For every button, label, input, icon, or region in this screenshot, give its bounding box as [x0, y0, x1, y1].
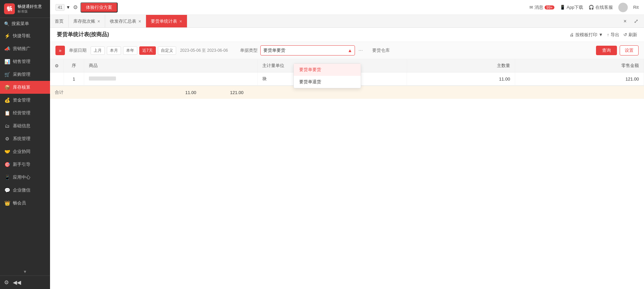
sidebar-item-vip[interactable]: 👑 畅会员	[0, 197, 50, 209]
sidebar-item-marketing[interactable]: 📣 营销推广	[0, 42, 50, 55]
page-title-bar: 要货单统计表(按商品) 🖨 按模板打印 ▼ ↑ 导出 ↺ 刷新	[50, 28, 644, 42]
print-icon: 🖨	[570, 32, 574, 37]
bottom-settings-icon[interactable]: ⚙	[4, 279, 9, 286]
footer-label: 合计	[55, 89, 64, 95]
export-button[interactable]: ↑ 导出	[607, 32, 620, 38]
sidebar-item-operations[interactable]: 📋 经营管理	[0, 107, 50, 119]
sidebar-scroll-down[interactable]: ▼	[0, 268, 50, 275]
refresh-button[interactable]: ↺ 刷新	[623, 32, 637, 38]
refresh-icon: ↺	[623, 32, 627, 37]
page-title: 要货单统计表(按商品)	[57, 31, 109, 38]
sales-icon: 📊	[4, 59, 10, 64]
app-download-button[interactable]: 📱 App下载	[560, 4, 583, 10]
app-center-icon: 📱	[4, 175, 10, 180]
app-download-icon: 📱	[560, 5, 565, 10]
wechat-icon: 💬	[4, 187, 10, 193]
sidebar-item-purchase[interactable]: 🛒 采购管理	[0, 68, 50, 81]
export-icon: ↑	[607, 32, 610, 37]
col-settings-header[interactable]: ⚙	[50, 59, 64, 72]
date-range-display: 2023-05-06 至 2023-06-06	[180, 48, 228, 53]
tab-home[interactable]: 首页	[50, 15, 69, 27]
type-select-input[interactable]	[260, 45, 355, 55]
print-button[interactable]: 🖨 按模板打印 ▼	[570, 32, 603, 38]
tab-receive-summary[interactable]: 收发存汇总表 ×	[105, 15, 146, 27]
sidebar-item-finance[interactable]: 💰 资金管理	[0, 94, 50, 107]
type-select-more-icon[interactable]: ···	[358, 47, 363, 53]
date-btn-this-year[interactable]: 本年	[123, 46, 137, 55]
sidebar-item-inventory[interactable]: 📦 库存核算	[0, 81, 50, 94]
row-amount-cell: 121.00	[515, 72, 644, 86]
top-header: 41 ▼ ⚙ 体验行业方案 ✉ 消息 99+ 📱 App下载 🎧 在线客服 Ri…	[50, 0, 644, 15]
sidebar-item-wechat[interactable]: 💬 企业微信	[0, 184, 50, 197]
tab-order-summary[interactable]: 要货单统计表 ×	[146, 15, 187, 27]
row-num-cell: 1	[64, 72, 84, 86]
filter-actions: 查询 设置	[596, 45, 639, 55]
chevron-down-icon: ▼	[66, 5, 70, 10]
sidebar-item-guide[interactable]: 🎯 新手引导	[0, 158, 50, 171]
messages-badge: 99+	[545, 5, 554, 9]
sidebar-search-item[interactable]: 🔍 搜索菜单	[0, 18, 50, 29]
sidebar-logo: 畅 畅捷通好生意 标准版	[0, 0, 50, 18]
page-actions: 🖨 按模板打印 ▼ ↑ 导出 ↺ 刷新	[570, 32, 637, 38]
type-select-chevron-icon[interactable]: ▲	[348, 48, 352, 53]
dropdown-item-order-return[interactable]: 要货单退货	[294, 76, 361, 88]
row-product-cell	[84, 72, 258, 86]
system-icon: ⚙	[4, 136, 10, 141]
app-logo-text: 畅捷通好生意 标准版	[18, 4, 42, 14]
query-button[interactable]: 查询	[596, 46, 617, 55]
date-filter-label: 单据日期	[69, 47, 87, 53]
dropdown-item-order-goods[interactable]: 要货单要货	[294, 64, 361, 76]
warehouse-filter-label: 要货仓库	[372, 47, 390, 53]
guide-icon: 🎯	[4, 162, 10, 167]
promo-button[interactable]: 体验行业方案	[80, 2, 118, 13]
footer-amount: 121.00	[230, 90, 244, 95]
online-service-button[interactable]: 🎧 在线客服	[589, 4, 613, 10]
marketing-icon: 📣	[4, 46, 10, 51]
sidebar-item-sales[interactable]: 📊 销售管理	[0, 55, 50, 68]
user-name: Rit	[633, 5, 639, 10]
store-badge: 41	[55, 4, 65, 11]
date-filter-group: 上月 本月 本年 近7天 自定义	[91, 46, 176, 55]
sidebar-nav: ⚡ 快捷导航 📣 营销推广 📊 销售管理 🛒 采购管理 📦 库存核算 💰 资金管…	[0, 29, 50, 268]
tab-close-inventory-batch[interactable]: ×	[97, 19, 100, 24]
top-header-right: ✉ 消息 99+ 📱 App下载 🎧 在线客服 Rit	[529, 3, 639, 12]
print-chevron-icon: ▼	[599, 32, 603, 37]
date-btn-last-month[interactable]: 上月	[91, 46, 105, 55]
tab-close-all-button[interactable]: ×	[620, 16, 630, 27]
column-settings-icon: ⚙	[55, 63, 59, 68]
tab-expand-button[interactable]: ⤢	[630, 16, 641, 27]
operations-icon: 📋	[4, 110, 10, 116]
tab-bar: 首页 库存批次账 × 收发存汇总表 × 要货单统计表 × × ⤢	[50, 15, 644, 28]
vip-icon: 👑	[4, 200, 10, 206]
tab-bar-actions: × ⤢	[620, 16, 644, 27]
filter-area: » 单据日期 上月 本月 本年 近7天 自定义 2023-05-06 至 202…	[50, 42, 644, 59]
warehouse-filter-group: 要货仓库	[372, 47, 390, 53]
user-avatar[interactable]	[618, 3, 628, 12]
type-select-wrapper: ▲	[260, 45, 355, 55]
sidebar-item-system[interactable]: ⚙ 系统管理	[0, 132, 50, 145]
tab-close-receive-summary[interactable]: ×	[138, 19, 141, 24]
messages-icon: ✉	[529, 5, 533, 10]
date-btn-7days[interactable]: 近7天	[139, 46, 156, 55]
type-dropdown: 要货单要货 要货单退货	[293, 63, 361, 88]
sidebar-item-quick-nav[interactable]: ⚡ 快捷导航	[0, 29, 50, 42]
sidebar-bottom: ⚙ ◀◀	[0, 275, 50, 289]
sidebar-item-app-center[interactable]: 📱 应用中心	[0, 171, 50, 184]
sidebar-item-enterprise[interactable]: 🤝 企业协同	[0, 145, 50, 158]
messages-button[interactable]: ✉ 消息 99+	[529, 4, 554, 10]
settings-button[interactable]: 设置	[620, 45, 639, 55]
tab-inventory-batch[interactable]: 库存批次账 ×	[69, 15, 105, 27]
filter-expand-button[interactable]: »	[55, 46, 65, 55]
header-settings-icon[interactable]: ⚙	[73, 4, 78, 10]
sidebar-item-basic[interactable]: 🗂 基础信息	[0, 119, 50, 132]
date-btn-this-month[interactable]: 本月	[107, 46, 121, 55]
footer-quantity: 11.00	[185, 90, 196, 95]
sidebar-collapse-icon[interactable]: ◀◀	[13, 279, 21, 286]
sidebar: 畅 畅捷通好生意 标准版 🔍 搜索菜单 ⚡ 快捷导航 📣 营销推广 📊 销售管理…	[0, 0, 50, 289]
date-btn-custom[interactable]: 自定义	[158, 46, 176, 55]
col-product-header: 商品	[84, 59, 258, 72]
tab-close-order-summary[interactable]: ×	[179, 19, 182, 24]
search-icon: 🔍	[4, 21, 9, 26]
store-selector[interactable]: 41 ▼	[55, 4, 70, 11]
type-filter-label: 单据类型	[240, 47, 258, 53]
